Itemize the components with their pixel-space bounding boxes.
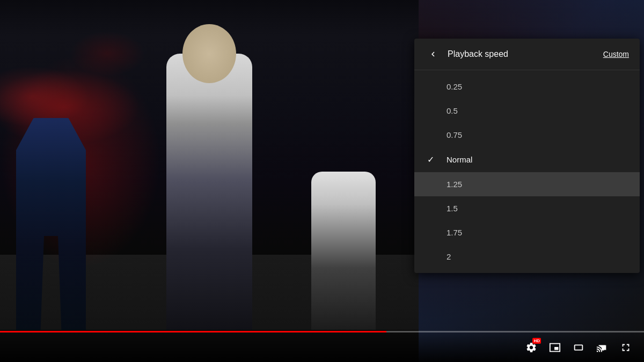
speed-panel-header: Playback speed Custom — [414, 39, 640, 70]
theater-button[interactable] — [571, 340, 586, 355]
speed-label: 2 — [447, 252, 627, 261]
speed-label: 0.25 — [447, 82, 627, 91]
speed-label: 0.75 — [447, 130, 627, 139]
theater-icon — [573, 342, 584, 353]
speed-label: 0.5 — [447, 106, 627, 115]
custom-button[interactable]: Custom — [603, 50, 629, 58]
fullscreen-icon — [620, 342, 632, 353]
speed-item-1_25[interactable]: 1.25 — [414, 172, 640, 196]
speed-item-1_5[interactable]: 1.5 — [414, 196, 640, 220]
speed-label: 1.5 — [447, 204, 627, 213]
cast-button[interactable] — [595, 340, 610, 355]
speed-item-0_25[interactable]: 0.25 — [414, 75, 640, 99]
miniplayer-button[interactable] — [547, 340, 562, 355]
speed-label: Normal — [447, 155, 627, 164]
back-icon — [428, 49, 438, 59]
cast-icon — [596, 342, 608, 353]
speed-item-1_75[interactable]: 1.75 — [414, 220, 640, 245]
panel-title: Playback speed — [448, 49, 597, 59]
speed-panel: Playback speed Custom 0.250.50.75✓Normal… — [414, 39, 640, 273]
speed-item-Normal[interactable]: ✓Normal — [414, 147, 640, 172]
miniplayer-icon — [549, 342, 561, 353]
figure-right — [311, 172, 376, 333]
speed-item-0_5[interactable]: 0.5 — [414, 99, 640, 123]
controls-bar: HD — [0, 333, 644, 362]
speed-item-0_75[interactable]: 0.75 — [414, 123, 640, 147]
hd-badge: HD — [532, 338, 541, 344]
settings-button[interactable]: HD — [524, 340, 539, 355]
speed-item-2[interactable]: 2 — [414, 245, 640, 269]
video-scene — [0, 0, 419, 362]
speed-label: 1.75 — [447, 228, 627, 237]
back-button[interactable] — [425, 46, 441, 62]
speed-list: 0.250.50.75✓Normal1.251.51.752 — [414, 70, 640, 273]
figure-center — [166, 54, 252, 333]
speed-label: 1.25 — [447, 180, 627, 189]
figure-head — [182, 24, 236, 83]
checkmark-icon: ✓ — [427, 154, 438, 165]
fullscreen-button[interactable] — [618, 340, 633, 355]
